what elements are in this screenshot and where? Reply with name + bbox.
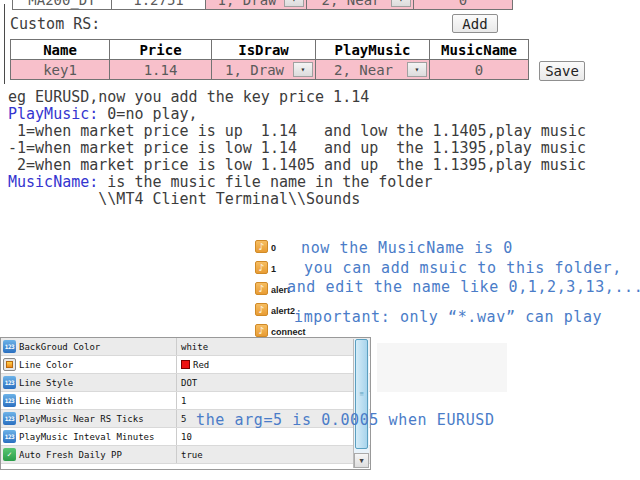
cell-playmusic-dropdown[interactable]: 2, Near▾	[306, 0, 414, 10]
cell-musicname[interactable]: 0	[429, 59, 529, 80]
table-row: key1 1.14 1, Draw▾ 2, Near▾ 0	[10, 60, 529, 80]
music-note-icon: ♪	[255, 282, 268, 295]
property-value[interactable]: Red	[177, 360, 370, 370]
cell-playmusic-dropdown[interactable]: 2, Near▾	[315, 59, 430, 80]
number-property-icon: 123	[3, 430, 16, 443]
custom-rs-label: Custom RS:	[10, 15, 100, 33]
music-note-icon: ♪	[255, 240, 268, 253]
property-row[interactable]: 123Line Style DOT	[1, 374, 370, 392]
header-musicname: MusicName	[429, 39, 529, 60]
color-property-icon	[3, 358, 16, 371]
property-label: Auto Fresh Daily PP	[19, 450, 122, 460]
property-label: PlayMusic Near RS Ticks	[19, 414, 144, 424]
annotation-musicname: now the MusicName is 0	[301, 239, 513, 257]
file-name: 0	[271, 243, 276, 253]
explain-line-musicname: MusicName: is the music file name in the…	[8, 174, 586, 191]
header-playmusic: PlayMusic	[315, 39, 430, 60]
isdraw-value: 1, Draw	[217, 0, 276, 8]
explain-line-eg: eg EURUSD,now you add the key price 1.14	[8, 89, 586, 106]
playmusic-value: 2, Near	[334, 62, 393, 78]
properties-panel: 123BackGroud Color white Line Color Red …	[0, 337, 371, 470]
file-name: connect	[271, 327, 306, 337]
number-property-icon: 123	[3, 376, 16, 389]
dropdown-arrow-icon[interactable]: ▾	[284, 0, 304, 7]
annotation-arg: the arg=5 is 0.0005 when EURUSD	[196, 411, 495, 429]
dropdown-arrow-icon[interactable]: ▾	[407, 62, 427, 77]
list-item[interactable]: ♪0	[255, 240, 306, 261]
playmusic-value: 2, Near	[321, 0, 380, 8]
property-value[interactable]: 1	[177, 396, 370, 406]
dropdown-arrow-icon[interactable]: ▾	[391, 0, 411, 7]
value-text: 5	[181, 414, 186, 424]
file-name: 1	[271, 264, 276, 274]
table-row: MA200_DT 1.2751 1, Draw▾ 2, Near▾ 0	[12, 0, 532, 10]
table-header-row: Name Price IsDraw PlayMusic MusicName	[10, 40, 529, 60]
property-label: Line Style	[19, 378, 73, 388]
cell-name[interactable]: key1	[10, 59, 110, 80]
header-price: Price	[109, 39, 212, 60]
annotation-edit-name: and edit the name like 0,1,2,3,13,...	[287, 278, 640, 296]
value-text: DOT	[181, 378, 197, 388]
dropdown-arrow-icon[interactable]: ▾	[293, 62, 313, 77]
screen: MA200_DT 1.2751 1, Draw▾ 2, Near▾ 0 Cust…	[0, 0, 640, 480]
property-row[interactable]: ✓Auto Fresh Daily PP true	[1, 446, 370, 464]
explain-line-rule1: 1=when market price is up 1.14 and low t…	[8, 123, 586, 140]
isdraw-value: 1, Draw	[225, 62, 284, 78]
cell-isdraw-dropdown[interactable]: 1, Draw▾	[205, 0, 307, 10]
number-property-icon: 123	[3, 340, 16, 353]
property-label: Line Color	[19, 360, 73, 370]
scrollbar[interactable]: ≡ ▼	[353, 339, 369, 468]
playmusic-rest: 0=no play,	[98, 105, 197, 123]
property-value[interactable]: white	[177, 342, 370, 352]
top-table-partial: MA200_DT 1.2751 1, Draw▾ 2, Near▾ 0	[12, 0, 532, 12]
property-row[interactable]: 123Line Width 1	[1, 392, 370, 410]
property-label: BackGroud Color	[19, 342, 100, 352]
playmusic-keyword: PlayMusic:	[8, 105, 98, 123]
value-text: 10	[181, 432, 192, 442]
cell-price[interactable]: 1.14	[109, 59, 212, 80]
value-text: Red	[193, 360, 209, 370]
value-text: white	[181, 342, 208, 352]
red-color-swatch	[181, 360, 190, 369]
music-note-icon: ♪	[255, 261, 268, 274]
cell-musicname: 0	[413, 0, 513, 10]
add-button[interactable]: Add	[452, 14, 498, 33]
annotation-wav-only: important: only “*.wav” can play	[294, 308, 602, 326]
background-window-fragment	[377, 343, 507, 392]
scrollbar-thumb[interactable]: ≡	[355, 339, 368, 449]
property-row[interactable]: 123PlayMusic Inteval Minutes 10	[1, 428, 370, 446]
scrollbar-down-arrow-icon[interactable]: ▼	[354, 453, 369, 468]
music-note-icon: ♪	[255, 324, 268, 337]
custom-rs-table: Name Price IsDraw PlayMusic MusicName ke…	[10, 40, 529, 80]
explain-line-rule2: -1=when market price is low 1.14 and up …	[8, 140, 586, 157]
explain-line-playmusic: PlayMusic: 0=no play,	[8, 106, 586, 123]
explanation-text: eg EURUSD,now you add the key price 1.14…	[8, 89, 586, 208]
property-value[interactable]: true	[177, 450, 370, 460]
property-row[interactable]: 123BackGroud Color white	[1, 338, 370, 356]
property-label: Line Width	[19, 396, 73, 406]
save-button[interactable]: Save	[539, 61, 585, 81]
music-note-icon: ♪	[255, 303, 268, 316]
header-isdraw: IsDraw	[211, 39, 316, 60]
value-text: 1	[181, 396, 186, 406]
cell-isdraw-dropdown[interactable]: 1, Draw▾	[211, 59, 316, 80]
explain-line-rule3: 2=when market price is low 1.1405 and up…	[8, 157, 586, 174]
property-label: PlayMusic Inteval Minutes	[19, 432, 154, 442]
number-property-icon: 123	[3, 412, 16, 425]
property-row[interactable]: Line Color Red	[1, 356, 370, 374]
boolean-property-icon: ✓	[3, 448, 16, 461]
value-text: true	[181, 450, 203, 460]
musicname-keyword: MusicName:	[8, 173, 98, 191]
property-value[interactable]: DOT	[177, 378, 370, 388]
musicname-rest: is the music file name in the folder	[98, 173, 432, 191]
number-property-icon: 123	[3, 394, 16, 407]
cell-name: MA200_DT	[12, 0, 112, 10]
property-value[interactable]: 10	[177, 432, 370, 442]
window-frame-edge	[4, 4, 5, 84]
explain-line-folder: \\MT4 Client Terminal\\Sounds	[8, 191, 586, 208]
cell-price: 1.2751	[111, 0, 206, 10]
annotation-add-music: you can add msuic to this folder,	[304, 259, 622, 277]
file-name: alert2	[271, 306, 295, 316]
header-name: Name	[10, 39, 110, 60]
